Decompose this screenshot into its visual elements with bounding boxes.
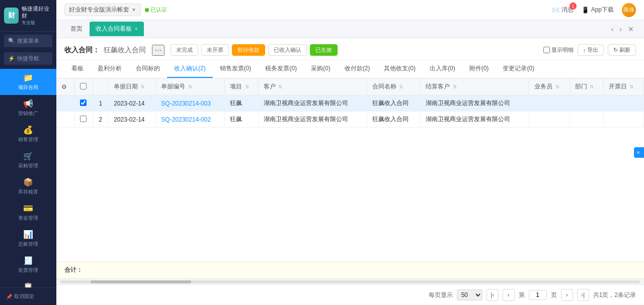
row2-checkbox[interactable] bbox=[80, 116, 87, 122]
export-button[interactable]: ↑ 导出 bbox=[578, 44, 604, 56]
tab-home[interactable]: 首页 bbox=[64, 22, 89, 36]
row2-doc-no[interactable]: SQ-20230214-002 bbox=[156, 112, 225, 128]
page-next-button[interactable]: › bbox=[561, 289, 573, 301]
sidebar-item-tax[interactable]: 📋 税务管理 bbox=[0, 278, 56, 287]
sidebar-item-accounting[interactable]: 📊 总账管理 bbox=[0, 226, 56, 252]
sidebar-item-inventory[interactable]: 📦 库存核算 bbox=[0, 173, 56, 199]
tax-icon: 📋 bbox=[23, 282, 33, 287]
th-doc-no[interactable]: 单据编号 ⇅ bbox=[156, 78, 225, 95]
th-date[interactable]: 单据日期 ⇅ bbox=[109, 78, 156, 95]
cancel-fixed-label: 取消固定 bbox=[14, 293, 34, 300]
sidebar-logo: 财 畅捷通好业财 专业版 bbox=[0, 0, 56, 32]
pin-icon: 📌 bbox=[6, 294, 12, 299]
row2-check[interactable] bbox=[74, 112, 93, 128]
tab-prev-button[interactable]: ‹ bbox=[609, 24, 616, 34]
row1-doc-no[interactable]: SQ-20230214-003 bbox=[156, 95, 225, 112]
th-project[interactable]: 项目 ⇅ bbox=[225, 78, 259, 95]
scrollbar-thumb[interactable] bbox=[91, 280, 191, 283]
status-partial-button[interactable]: 部分收款 bbox=[232, 44, 265, 56]
page-prev-button[interactable]: ‹ bbox=[503, 289, 515, 301]
tab-kanban[interactable]: 看板 bbox=[64, 60, 91, 78]
show-detail-checkbox[interactable] bbox=[543, 47, 550, 53]
logo-badge: 专业版 bbox=[22, 20, 52, 26]
status-uninvoiced-button[interactable]: 未开票 bbox=[201, 44, 229, 56]
tab-change-log[interactable]: 变更记录(0) bbox=[496, 60, 541, 78]
per-page-select[interactable]: 20 50 100 bbox=[457, 289, 482, 300]
quick-nav-label: 快捷导航 bbox=[17, 55, 39, 62]
tab-warehouse[interactable]: 出入库(0) bbox=[423, 60, 462, 78]
chevron-down-icon: ▼ bbox=[131, 7, 136, 13]
th-salesperson[interactable]: 业务员 ⇅ bbox=[529, 78, 570, 95]
tab-active-label: 收入合同看板 bbox=[96, 25, 132, 33]
row1-department bbox=[570, 95, 603, 112]
tab-active[interactable]: 收入合同看板 × bbox=[90, 22, 144, 36]
th-settings[interactable]: ⚙ bbox=[56, 78, 74, 95]
tab-purchase[interactable]: 采购(0) bbox=[304, 60, 338, 78]
user-avatar-action[interactable]: 珠珠 bbox=[622, 3, 636, 17]
status-confirmed-button[interactable]: 已收入确认 bbox=[268, 44, 307, 56]
refresh-button[interactable]: ↻ 刷新 bbox=[608, 44, 636, 56]
content: 收入合同： 狂飙收入合同 ··· 未完成 未开票 部分收款 已收入确认 已生效 … bbox=[56, 38, 644, 305]
tab-next-button[interactable]: › bbox=[617, 24, 624, 34]
page-number-input[interactable]: 1 bbox=[529, 290, 547, 300]
tab-tax-invoice[interactable]: 税务发票(0) bbox=[258, 60, 304, 78]
sidebar-item-purchase[interactable]: 🛒 采购管理 bbox=[0, 147, 56, 173]
row1-open-date bbox=[603, 95, 643, 112]
company-select[interactable]: 好业财专业版演示帐套 ▼ bbox=[64, 4, 141, 16]
th-final-customer[interactable]: 结算客户 ⇅ bbox=[421, 78, 529, 95]
message-icon: ✉️ bbox=[552, 7, 559, 14]
page-last-button[interactable]: ›| bbox=[577, 289, 589, 301]
sidebar-item-marketing[interactable]: 📢 营销推广 bbox=[0, 95, 56, 121]
tab-sales-invoice[interactable]: 销售发票(0) bbox=[213, 60, 259, 78]
row2-customer: 湖南卫视商业运营发展有限公司 bbox=[258, 112, 367, 128]
app-download-action[interactable]: 📱 App下载 bbox=[582, 6, 614, 14]
sidebar-item-project[interactable]: 📁 项目合同 bbox=[0, 69, 56, 95]
more-button[interactable]: ··· bbox=[152, 45, 165, 56]
th-customer[interactable]: 客户 ⇅ bbox=[258, 78, 367, 95]
project-icon: 📁 bbox=[23, 73, 33, 82]
th-department[interactable]: 部门 ⇅ bbox=[570, 78, 603, 95]
select-all-checkbox[interactable] bbox=[80, 83, 87, 89]
tab-close-all-button[interactable]: ✕ bbox=[626, 24, 636, 34]
content-title: 收入合同： 狂飙收入合同 bbox=[64, 46, 146, 55]
tab-close-button[interactable]: × bbox=[135, 26, 138, 32]
quick-nav-button[interactable]: ⚡ 快捷导航 bbox=[4, 52, 52, 65]
tab-attachments[interactable]: 附件(0) bbox=[462, 60, 496, 78]
sidebar-item-finance[interactable]: 💳 资金管理 bbox=[0, 199, 56, 226]
tab-contract-subject[interactable]: 合同标的 bbox=[129, 60, 167, 78]
sidebar-item-invoice[interactable]: 🧾 发票管理 bbox=[0, 252, 56, 278]
cancel-fixed-button[interactable]: 📌 取消固定 bbox=[4, 291, 52, 302]
row1-check[interactable] bbox=[74, 95, 93, 112]
th-project-label: 项目 bbox=[230, 83, 242, 90]
company-name: 好业财专业版演示帐套 bbox=[69, 6, 129, 14]
table-row[interactable]: 1 2023-02-14 SQ-20230214-003 狂飙 湖南卫视商业运营… bbox=[56, 95, 644, 112]
message-action[interactable]: ✉️ 消息 1 bbox=[552, 6, 574, 14]
th-open-date[interactable]: 开票日 ⇅ bbox=[603, 78, 643, 95]
right-edge-panel[interactable]: ≡ bbox=[634, 147, 644, 158]
show-detail-label: 显示明细 bbox=[551, 46, 574, 54]
page-first-button[interactable]: |‹ bbox=[487, 289, 499, 301]
search-menu-button[interactable]: 🔍 搜索菜单 bbox=[4, 35, 52, 47]
marketing-icon: 📢 bbox=[23, 99, 33, 109]
row2-project: 狂飙 bbox=[225, 112, 259, 128]
th-date-label: 单据日期 bbox=[114, 83, 138, 90]
th-check[interactable] bbox=[74, 78, 93, 95]
tab-payment[interactable]: 收付款(2) bbox=[338, 60, 377, 78]
row2-doc-no-link[interactable]: SQ-20230214-002 bbox=[161, 116, 211, 123]
th-contract-name[interactable]: 合同名称 ⇅ bbox=[367, 78, 421, 95]
th-contract-name-label: 合同名称 bbox=[372, 83, 396, 90]
sidebar-item-sales[interactable]: 💰 销售管理 bbox=[0, 121, 56, 147]
main-area: 好业财专业版演示帐套 ▼ 已认证 ✉️ 消息 1 📱 App下载 珠珠 bbox=[56, 0, 644, 305]
sales-icon: 💰 bbox=[23, 125, 33, 135]
status-incomplete-button[interactable]: 未完成 bbox=[171, 44, 198, 56]
sidebar-item-purchase-label: 采购管理 bbox=[18, 162, 38, 169]
horizontal-scrollbar[interactable] bbox=[56, 278, 644, 284]
tab-other-income[interactable]: 其他收支(0) bbox=[377, 60, 423, 78]
row1-checkbox[interactable] bbox=[80, 99, 87, 106]
tab-profit[interactable]: 盈利分析 bbox=[91, 60, 129, 78]
row1-doc-no-link[interactable]: SQ-20230214-003 bbox=[161, 100, 211, 107]
show-detail-checkbox-label[interactable]: 显示明细 bbox=[543, 46, 574, 54]
tab-revenue-confirm[interactable]: 收入确认(2) bbox=[167, 60, 213, 78]
status-effective-button[interactable]: 已生效 bbox=[310, 44, 338, 56]
table-row[interactable]: 2 2023-02-14 SQ-20230214-002 狂飙 湖南卫视商业运营… bbox=[56, 112, 644, 128]
